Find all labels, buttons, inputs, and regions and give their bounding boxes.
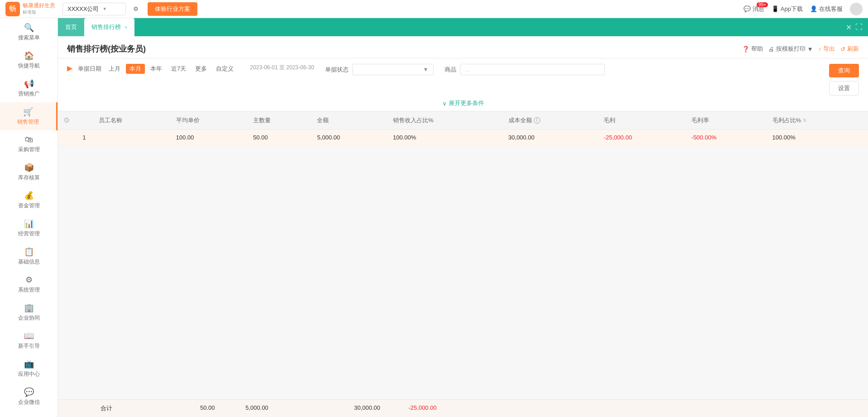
col-gross: 毛利	[598, 111, 686, 129]
footer-avg-price	[149, 404, 195, 412]
date-tab-more[interactable]: 更多	[192, 64, 211, 74]
cell-rank: 1	[75, 129, 93, 146]
message-button[interactable]: 💬 消息 99+	[743, 5, 764, 13]
sidebar-item-label: 采购管理	[18, 146, 40, 153]
expand-window-icon[interactable]: ⛶	[855, 23, 863, 31]
sidebar-item-finance[interactable]: 💰 资金管理	[0, 186, 58, 214]
expand-more-label: 展开更多条件	[449, 99, 484, 107]
page-header: 销售排行榜(按业务员) ❓ 帮助 🖨 按模板打印 ▼	[58, 36, 868, 58]
sidebar-item-label: 营销推广	[18, 90, 40, 98]
date-tab-custom[interactable]: 自定义	[212, 64, 237, 74]
company-selector[interactable]: XXXXX公司 ▼	[62, 3, 126, 15]
date-tab-this-month[interactable]: 本月	[126, 64, 145, 74]
export-button[interactable]: ↑ 导出	[819, 45, 835, 53]
avatar[interactable]	[850, 3, 863, 15]
sidebar-item-basics[interactable]: 📋 基础信息	[0, 242, 58, 270]
refresh-label: 刷新	[847, 45, 859, 53]
purchase-icon: 🛍	[25, 135, 33, 144]
sidebar-item-navigation[interactable]: 🏠 快捷导航	[0, 46, 58, 74]
sidebar-item-operations[interactable]: 📊 经营管理	[0, 214, 58, 242]
sidebar-item-label: 库存核算	[18, 174, 40, 182]
date-tab-last-month[interactable]: 上月	[105, 64, 124, 74]
download-icon: 📱	[772, 5, 779, 12]
expand-chevron-icon: ∨	[442, 100, 447, 107]
tab-close-icon[interactable]: ×	[125, 24, 127, 30]
sidebar-item-label: 经营管理	[18, 230, 40, 238]
sidebar-item-label: 系统管理	[18, 286, 40, 294]
close-window-icon[interactable]: ✕	[846, 23, 852, 32]
tab-home[interactable]: 首页	[58, 18, 84, 36]
sidebar-item-appstore[interactable]: 📺 应用中心	[0, 355, 58, 383]
sidebar-item-purchase[interactable]: 🛍 采购管理	[0, 130, 58, 158]
tab-sales-ranking[interactable]: 销售排行榜 ×	[84, 18, 134, 36]
sort-icon[interactable]: ⇅	[803, 118, 806, 123]
system-icon: ⚙	[25, 275, 33, 285]
col-avg-price-label: 平均单价	[176, 117, 200, 124]
date-filter-group: 单据日期 上月 本月 本年 近7天 更多 自定义	[78, 64, 237, 74]
print-button[interactable]: 🖨 按模板打印 ▼	[768, 45, 813, 53]
status-label: 单据状态	[325, 66, 349, 74]
col-name-label: 员工名称	[99, 117, 122, 124]
table-settings-icon[interactable]: ⚙	[63, 116, 70, 124]
expand-more-button[interactable]: ∨ 展开更多条件	[442, 99, 484, 107]
sidebar-item-label: 快捷导航	[18, 62, 40, 70]
online-service-button[interactable]: 👤 在线客服	[810, 5, 843, 13]
footer-label: 合计	[95, 404, 149, 412]
sidebar-item-label: 新手引导	[18, 342, 40, 350]
date-tab-7days[interactable]: 近7天	[168, 64, 190, 74]
page-body: 销售排行榜(按业务员) ❓ 帮助 🖨 按模板打印 ▼	[58, 36, 868, 417]
cell-avg-price: 100.00	[171, 129, 248, 146]
message-icon: 💬	[743, 5, 751, 12]
sidebar-item-marketing[interactable]: 📢 营销推广	[0, 74, 58, 102]
goods-label: 商品	[445, 66, 456, 74]
sidebar-item-member[interactable]: V 畅会员	[0, 411, 58, 417]
refresh-button[interactable]: ↺ 刷新	[840, 45, 859, 53]
refresh-icon: ↺	[840, 46, 845, 53]
query-button[interactable]: 查询	[829, 64, 859, 77]
message-badge: 99+	[757, 2, 768, 7]
app-download-button[interactable]: 📱 App下载	[772, 5, 803, 13]
operations-icon: 📊	[24, 219, 34, 229]
col-settings: ⚙	[58, 111, 75, 129]
status-select[interactable]: ▼	[352, 64, 434, 75]
sidebar-item-wechat[interactable]: 💬 企业微信	[0, 383, 58, 411]
sidebar-item-label: 基础信息	[18, 258, 40, 266]
settings-button[interactable]: 设置	[829, 81, 859, 96]
sidebar-item-system[interactable]: ⚙ 系统管理	[0, 270, 58, 298]
app-logo: 畅 畅康通好生意 标准版	[5, 2, 55, 16]
cell-gross-pct: 100.00%	[767, 129, 868, 146]
filter-expand-arrow[interactable]: ▶	[67, 64, 72, 72]
sidebar-item-sales[interactable]: 🛒 销售管理	[0, 102, 58, 130]
help-button[interactable]: ❓ 帮助	[742, 45, 763, 53]
sidebar-item-inventory[interactable]: 📦 库存核算	[0, 158, 58, 186]
col-amount-label: 全额	[317, 117, 329, 124]
export-label: 导出	[823, 45, 835, 53]
col-amount: 全额	[312, 111, 387, 129]
wechat-icon: 💬	[24, 387, 34, 397]
cell-gross: -25,000.00	[598, 129, 686, 146]
sidebar-item-enterprise[interactable]: 🏢 企业协同	[0, 298, 58, 326]
filter-section: ▶ 单据日期 上月 本月 本年 近7天 更多 自定义	[58, 58, 868, 97]
cost-info-icon[interactable]: i	[534, 117, 540, 124]
action-buttons: 查询 设置	[829, 64, 859, 96]
date-tab-this-year[interactable]: 本年	[147, 64, 166, 74]
sidebar-item-label: 资金管理	[18, 202, 40, 210]
col-avg-price: 平均单价	[171, 111, 248, 129]
basics-icon: 📋	[24, 247, 34, 257]
footer-amount: 5,000.00	[240, 404, 294, 412]
arrow-right-icon: ▶	[67, 64, 72, 72]
trial-button[interactable]: 体验行业方案	[148, 2, 197, 16]
sales-icon: 🛒	[23, 107, 33, 117]
print-icon: 🖨	[768, 46, 774, 53]
goods-input[interactable]: ...	[460, 64, 605, 75]
col-cost-label: 成本全额	[508, 116, 532, 125]
page-actions: ❓ 帮助 🖨 按模板打印 ▼ ↑ 导出	[742, 45, 859, 53]
service-icon: 👤	[810, 5, 817, 12]
search-icon: 🔍	[24, 23, 34, 33]
print-chevron-icon: ▼	[807, 46, 813, 53]
sidebar-item-guide[interactable]: 📖 新手引导	[0, 326, 58, 355]
settings-icon[interactable]: ⚙	[129, 3, 142, 15]
sidebar-item-search[interactable]: 🔍 搜索菜单	[0, 18, 58, 46]
sidebar-item-label: 应用中心	[18, 370, 40, 378]
footer-settings-cell	[63, 404, 77, 412]
